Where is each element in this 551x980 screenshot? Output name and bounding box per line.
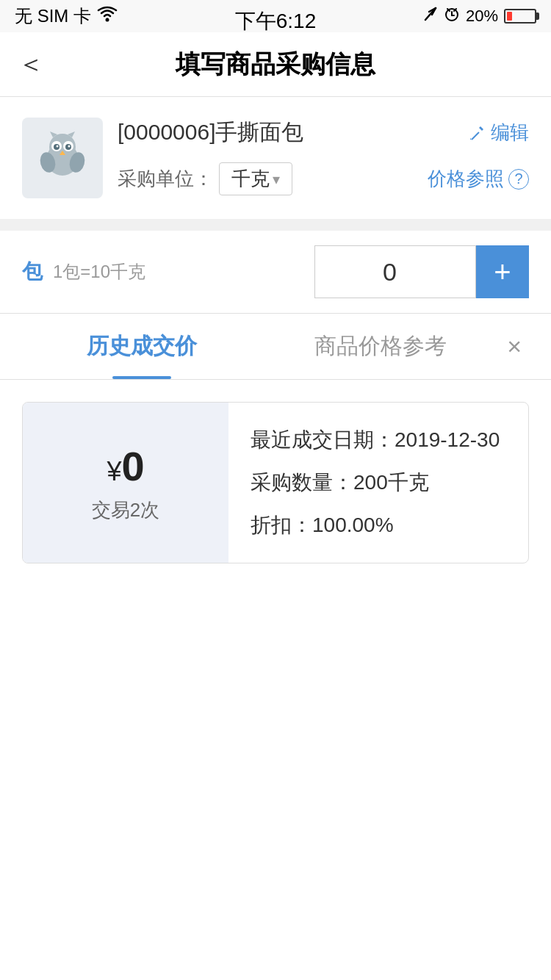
svg-point-0 <box>106 18 109 22</box>
svg-point-13 <box>68 145 71 147</box>
tab-panel: 历史成交价 商品价格参考 × ¥0 交易2次 最近成交日期：2019-12-30… <box>0 314 551 586</box>
product-info: [0000006]手撕面包 编辑 采购单位： 千克 ▾ <box>118 118 529 195</box>
tab-header: 历史成交价 商品价格参考 × <box>0 314 551 380</box>
price-transaction-count: 交易2次 <box>92 497 159 523</box>
edit-button[interactable]: 编辑 <box>469 120 529 145</box>
status-time: 下午6:12 <box>235 7 317 35</box>
status-right: 20% <box>423 6 536 26</box>
unit-label: 采购单位： 千克 ▾ <box>118 162 292 195</box>
quantity-label: 包 1包=10千克 <box>22 258 145 286</box>
quantity-input[interactable] <box>314 245 476 298</box>
svg-marker-20 <box>479 126 483 131</box>
battery-icon <box>504 9 536 24</box>
page-title: 填写商品采购信息 <box>176 48 375 82</box>
price-right-panel: 最近成交日期：2019-12-30 采购数量：200千克 折扣：100.00% <box>228 403 528 563</box>
price-content: ¥0 交易2次 最近成交日期：2019-12-30 采购数量：200千克 折扣：… <box>0 380 551 586</box>
recent-date-row: 最近成交日期：2019-12-30 <box>251 425 506 455</box>
svg-rect-19 <box>471 131 479 140</box>
tab-product-price-ref[interactable]: 商品价格参考 <box>261 314 500 379</box>
tab-history-price[interactable]: 历史成交价 <box>22 314 261 379</box>
product-name: [0000006]手撕面包 <box>118 118 303 148</box>
battery-percent: 20% <box>466 7 498 26</box>
quantity-control: + <box>314 245 529 298</box>
discount-row: 折扣：100.00% <box>251 510 506 541</box>
page-rest <box>0 586 551 980</box>
price-ref-button[interactable]: 价格参照 ? <box>428 166 529 192</box>
nav-bar: ＜ 填写商品采购信息 <box>0 32 551 97</box>
wifi-icon <box>97 6 118 26</box>
product-card: [0000006]手撕面包 编辑 采购单位： 千克 ▾ <box>0 97 551 219</box>
product-image <box>22 118 103 198</box>
status-left: 无 SIM 卡 <box>15 4 118 28</box>
alarm-icon <box>444 6 460 26</box>
price-amount: ¥0 <box>107 442 144 490</box>
quantity-row: 包 1包=10千克 + <box>0 231 551 314</box>
price-left-panel: ¥0 交易2次 <box>23 403 228 563</box>
tab-close-button[interactable]: × <box>500 325 529 368</box>
location-icon <box>423 6 438 26</box>
product-thumbnail-icon <box>37 129 88 188</box>
carrier-text: 无 SIM 卡 <box>15 4 91 28</box>
quantity-plus-button[interactable]: + <box>476 245 529 298</box>
purchase-qty-row: 采购数量：200千克 <box>251 467 506 498</box>
status-bar: 无 SIM 卡 下午6:12 <box>0 0 551 32</box>
unit-dropdown[interactable]: 千克 ▾ <box>219 162 292 195</box>
section-divider <box>0 219 551 231</box>
back-button[interactable]: ＜ <box>18 46 44 82</box>
price-ref-help-icon: ? <box>508 169 529 190</box>
svg-point-12 <box>57 145 59 147</box>
package-tag: 包 <box>22 258 43 286</box>
price-card: ¥0 交易2次 最近成交日期：2019-12-30 采购数量：200千克 折扣：… <box>22 402 529 563</box>
package-hint: 1包=10千克 <box>53 260 145 284</box>
